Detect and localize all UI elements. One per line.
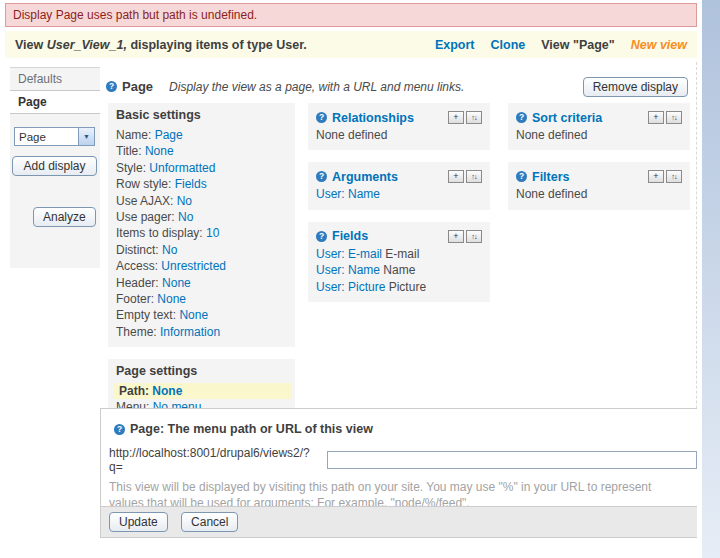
arguments-title[interactable]: Arguments	[332, 170, 398, 184]
view-summary-suffix: displaying items of type User.	[130, 38, 306, 52]
display-title: Page	[122, 79, 153, 94]
help-icon[interactable]: ?	[516, 171, 527, 182]
fields-title[interactable]: Fields	[332, 229, 368, 243]
arguments-box: ? Arguments + ↑↓ User: Name	[308, 162, 490, 209]
settings-column: Basic settings Name: Page Title: None St…	[108, 103, 295, 435]
field-link[interactable]: User: Name	[316, 263, 380, 277]
rearrange-icon[interactable]: ↑↓	[666, 111, 682, 124]
setting-row-style-link[interactable]: Fields	[175, 177, 207, 191]
remove-display-button[interactable]: Remove display	[583, 77, 688, 97]
basic-settings-box: Basic settings Name: Page Title: None St…	[108, 103, 295, 347]
field-link[interactable]: User: E-mail	[316, 247, 382, 261]
view-summary: View User_View_1, displaying items of ty…	[15, 38, 307, 52]
setting-header-link[interactable]: None	[162, 276, 191, 290]
sort-criteria-box: ? Sort criteria + ↑↓ None defined	[508, 103, 690, 150]
display-type-select-value: Page	[15, 131, 78, 143]
display-header: ? Page Display the view as a page, with …	[106, 79, 464, 94]
setting-title-link[interactable]: None	[145, 144, 174, 158]
fields-box: ? Fields + ↑↓ User: E-mail E-mail User: …	[308, 222, 490, 302]
setting-row: Use pager: No	[116, 209, 287, 225]
clone-link[interactable]: Clone	[491, 38, 526, 52]
setting-row: Items to display: 10	[116, 225, 287, 241]
export-link[interactable]: Export	[435, 38, 475, 52]
analyze-button[interactable]: Analyze	[33, 207, 96, 227]
filters-title[interactable]: Filters	[532, 170, 570, 184]
relationships-title[interactable]: Relationships	[332, 111, 414, 125]
filters-box: ? Filters + ↑↓ None defined	[508, 162, 690, 209]
setting-row: Theme: Information	[116, 324, 287, 340]
view-page-link[interactable]: View "Page"	[541, 38, 614, 52]
middle-column: ? Relationships + ↑↓ None defined ? Argu…	[308, 103, 490, 314]
form-actions: Update Cancel	[101, 506, 697, 537]
setting-footer-link[interactable]: None	[157, 292, 186, 306]
tab-page[interactable]: Page	[10, 91, 100, 114]
setting-name-link[interactable]: Page	[155, 128, 183, 142]
setting-row: Footer: None	[116, 291, 287, 307]
display-editor: ? Page Display the view as a page, with …	[100, 62, 697, 538]
setting-pager-link[interactable]: No	[178, 210, 193, 224]
view-info-bar: View User_View_1, displaying items of ty…	[5, 31, 697, 58]
cancel-button[interactable]: Cancel	[181, 512, 238, 532]
setting-access-link[interactable]: Unrestricted	[161, 259, 226, 273]
add-icon[interactable]: +	[448, 230, 464, 243]
setting-empty-text-link[interactable]: None	[179, 308, 208, 322]
field-link[interactable]: User: Picture	[316, 280, 385, 294]
setting-row: Name: Page	[116, 127, 287, 143]
new-view-link[interactable]: New view	[631, 38, 687, 52]
setting-row: Access: Unrestricted	[116, 258, 287, 274]
add-icon[interactable]: +	[448, 111, 464, 124]
path-form-heading: ? Page: The menu path or URL of this vie…	[109, 422, 697, 436]
sort-criteria-empty: None defined	[516, 127, 682, 143]
help-icon[interactable]: ?	[316, 112, 327, 123]
rearrange-icon[interactable]: ↑↓	[466, 230, 482, 243]
rearrange-icon[interactable]: ↑↓	[466, 170, 482, 183]
setting-ajax-link[interactable]: No	[177, 194, 192, 208]
page-background-strip	[702, 0, 720, 558]
field-item: User: E-mail E-mail	[316, 246, 482, 262]
setting-style-link[interactable]: Unformatted	[149, 161, 215, 175]
view-actions: Export Clone View "Page" New view	[435, 38, 687, 52]
right-column: ? Sort criteria + ↑↓ None defined ? Filt…	[508, 103, 690, 222]
help-icon[interactable]: ?	[316, 231, 327, 242]
path-input[interactable]	[327, 451, 697, 469]
setting-items-link[interactable]: 10	[206, 226, 219, 240]
field-item: User: Picture Picture	[316, 279, 482, 295]
argument-item: User: Name	[316, 186, 482, 202]
setting-row: Title: None	[116, 143, 287, 159]
tab-defaults[interactable]: Defaults	[10, 68, 100, 91]
error-message: Display Page uses path but path is undef…	[5, 3, 697, 27]
setting-row: Style: Unformatted	[116, 160, 287, 176]
update-button[interactable]: Update	[109, 512, 168, 532]
rearrange-icon[interactable]: ↑↓	[466, 111, 482, 124]
page-settings-heading: Page settings	[116, 364, 287, 383]
help-icon[interactable]: ?	[516, 112, 527, 123]
path-url-row: http://localhost:8001/drupal6/views2/?q=	[109, 446, 697, 474]
path-settings-form: ? Page: The menu path or URL of this vie…	[100, 408, 697, 538]
help-icon[interactable]: ?	[316, 171, 327, 182]
argument-link[interactable]: User: Name	[316, 187, 380, 201]
url-prefix: http://localhost:8001/drupal6/views2/?q=	[109, 446, 323, 474]
setting-path-link[interactable]: None	[152, 384, 182, 398]
help-icon[interactable]: ?	[114, 424, 125, 435]
help-icon[interactable]: ?	[106, 81, 117, 92]
setting-row: Use AJAX: No	[116, 193, 287, 209]
relationships-box: ? Relationships + ↑↓ None defined	[308, 103, 490, 150]
setting-row: Distinct: No	[116, 242, 287, 258]
relationships-empty: None defined	[316, 127, 482, 143]
sort-criteria-title[interactable]: Sort criteria	[532, 111, 602, 125]
field-item: User: Name Name	[316, 262, 482, 278]
setting-row: Empty text: None	[116, 307, 287, 323]
add-icon[interactable]: +	[648, 111, 664, 124]
setting-theme-link[interactable]: Information	[160, 325, 220, 339]
rearrange-icon[interactable]: ↑↓	[666, 170, 682, 183]
setting-distinct-link[interactable]: No	[162, 243, 177, 257]
setting-row: Row style: Fields	[116, 176, 287, 192]
add-icon[interactable]: +	[648, 170, 664, 183]
add-icon[interactable]: +	[448, 170, 464, 183]
display-type-select[interactable]: Page ▼	[14, 127, 95, 146]
add-display-button[interactable]: Add display	[12, 156, 97, 176]
chevron-down-icon: ▼	[78, 128, 94, 145]
display-description: Display the view as a page, with a URL a…	[169, 80, 464, 94]
path-form-title: Page: The menu path or URL of this view	[130, 422, 373, 436]
view-summary-prefix: View	[15, 38, 43, 52]
